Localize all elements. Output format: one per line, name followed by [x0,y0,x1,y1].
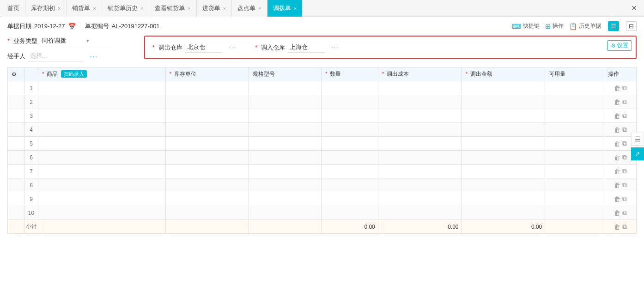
row-quantity-cell[interactable] [321,123,378,137]
row-amount-cell[interactable] [462,151,545,165]
row-unit-cell[interactable] [165,137,249,151]
calendar-icon[interactable]: 📅 [68,23,76,30]
row-unit-cell[interactable] [165,95,249,109]
tab-close-sales-history[interactable]: × [140,6,143,11]
row-quantity-cell[interactable] [321,95,378,109]
row-quantity-cell[interactable] [321,178,378,192]
row-quantity-cell[interactable] [321,192,378,206]
scan-btn[interactable]: 扫码录入 [61,70,87,78]
copy-row-icon[interactable]: ⧉ [622,112,627,120]
row-product-cell[interactable] [38,95,166,109]
warehouse-settings-button[interactable]: ⚙ 设置 [607,40,632,51]
row-unit-cell[interactable] [165,178,249,192]
row-product-cell[interactable] [38,81,166,95]
row-spec-cell[interactable] [249,220,322,234]
delete-row-icon[interactable]: 🗑 [614,223,620,231]
row-unit-cell[interactable] [165,165,249,178]
tab-sales-order[interactable]: 销货单× [67,0,102,17]
tab-sales-history[interactable]: 销货单历史× [102,0,149,17]
row-unit-cell[interactable] [165,206,249,220]
history-button[interactable]: 📋 历史单据 [569,22,601,30]
copy-row-icon[interactable]: ⧉ [622,181,627,189]
row-spec-cell[interactable] [249,206,322,220]
tab-purchase-order[interactable]: 进货单× [197,0,232,17]
window-close-button[interactable]: ✕ [626,0,642,17]
copy-row-icon[interactable]: ⧉ [622,209,627,217]
business-type-select[interactable]: 同价调拨 ▾ [40,36,114,46]
in-warehouse-dots-button[interactable]: ··· [331,44,339,51]
row-amount-cell[interactable] [462,109,545,123]
row-spec-cell[interactable] [249,151,322,165]
row-spec-cell[interactable] [249,178,322,192]
delete-row-icon[interactable]: 🗑 [614,112,620,120]
delete-row-icon[interactable]: 🗑 [614,182,620,189]
tab-close-initial-inventory[interactable]: × [58,6,61,11]
person-select[interactable]: 选择... [28,51,84,61]
delete-row-icon[interactable]: 🗑 [614,85,620,92]
in-warehouse-value[interactable]: 上海仓 [288,42,325,53]
row-cost-cell[interactable] [378,165,462,178]
delete-row-icon[interactable]: 🗑 [614,195,620,203]
row-product-cell[interactable] [38,220,166,234]
row-product-cell[interactable] [38,109,166,123]
tab-close-view-sales[interactable]: × [188,6,190,11]
row-amount-cell[interactable] [462,165,545,178]
delete-row-icon[interactable]: 🗑 [614,209,620,217]
row-product-cell[interactable] [38,137,166,151]
copy-row-icon[interactable]: ⧉ [622,140,627,147]
row-amount-cell[interactable]: 0.00 [462,220,545,234]
row-spec-cell[interactable] [249,137,322,151]
tab-home[interactable]: 首页 [2,0,25,17]
row-spec-cell[interactable] [249,123,322,137]
delete-row-icon[interactable]: 🗑 [614,168,620,175]
row-quantity-cell[interactable] [321,81,378,95]
delete-row-icon[interactable]: 🗑 [614,154,620,161]
row-spec-cell[interactable] [249,81,322,95]
row-unit-cell[interactable] [165,192,249,206]
row-spec-cell[interactable] [249,165,322,178]
tab-inventory-check[interactable]: 盘点单× [232,0,267,17]
copy-row-icon[interactable]: ⧉ [622,98,627,106]
tab-close-transfer-order[interactable]: × [294,6,297,11]
row-quantity-cell[interactable] [321,165,378,178]
row-cost-cell[interactable] [378,178,462,192]
row-spec-cell[interactable] [249,109,322,123]
table-scroll-area[interactable]: ⚙ * 商品 扫码录入 * 库存单位 规格型号 * 数量 [7,67,637,234]
row-unit-cell[interactable] [165,81,249,95]
row-unit-cell[interactable] [165,220,249,234]
row-quantity-cell[interactable] [321,151,378,165]
tab-close-purchase-order[interactable]: × [223,6,226,11]
tab-initial-inventory[interactable]: 库存期初× [25,0,67,17]
float-list-button[interactable]: ☰ [631,133,644,146]
row-amount-cell[interactable] [462,123,545,137]
out-warehouse-value[interactable]: 北京仓 [185,42,222,53]
row-spec-cell[interactable] [249,192,322,206]
delete-row-icon[interactable]: 🗑 [614,126,620,134]
copy-row-icon[interactable]: ⧉ [622,126,627,134]
shortcut-button[interactable]: ⌨ 快捷键 [512,22,540,30]
row-cost-cell[interactable] [378,81,462,95]
row-product-cell[interactable] [38,178,166,192]
tab-transfer-order[interactable]: 调拨单× [267,0,303,17]
copy-row-icon[interactable]: ⧉ [622,167,627,175]
row-unit-cell[interactable] [165,151,249,165]
copy-row-icon[interactable]: ⧉ [622,223,627,231]
delete-row-icon[interactable]: 🗑 [614,140,620,147]
row-quantity-cell[interactable] [321,109,378,123]
operation-button[interactable]: ⊞ 操作 [545,22,564,30]
th-gear[interactable]: ⚙ [8,67,24,81]
row-amount-cell[interactable] [462,206,545,220]
row-unit-cell[interactable] [165,109,249,123]
row-amount-cell[interactable] [462,178,545,192]
row-cost-cell[interactable]: 0.00 [378,220,462,234]
view-toggle-list[interactable]: ☰ [608,21,619,31]
row-amount-cell[interactable] [462,95,545,109]
row-quantity-cell[interactable] [321,137,378,151]
row-cost-cell[interactable] [378,192,462,206]
row-amount-cell[interactable] [462,192,545,206]
row-cost-cell[interactable] [378,95,462,109]
tab-close-inventory-check[interactable]: × [258,6,261,11]
row-unit-cell[interactable] [165,123,249,137]
row-cost-cell[interactable] [378,109,462,123]
tab-view-sales[interactable]: 查看销货单× [149,0,196,17]
